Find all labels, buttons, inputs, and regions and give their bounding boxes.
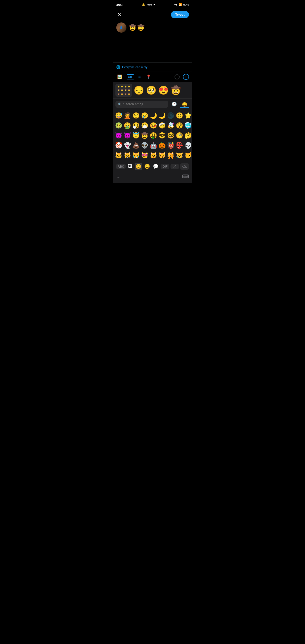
kaomoji-button[interactable]: :-) <box>170 164 179 169</box>
compose-input-area[interactable]: 🤠🤠 <box>129 22 189 60</box>
reply-setting-text: Everyone can reply <box>122 66 148 69</box>
emoji-facepalm[interactable]: 🤦 <box>123 111 132 120</box>
emoji-money[interactable]: 🤑 <box>149 131 158 140</box>
emoji-clown[interactable]: 🤡 <box>114 141 123 150</box>
emoji-moon2[interactable]: 🌙 <box>158 111 166 120</box>
backspace-button[interactable]: ⌫ <box>180 163 189 170</box>
emoji-newmoon[interactable]: 🌑 <box>167 111 175 120</box>
emoji-drooling[interactable]: 😅 <box>114 111 123 120</box>
reply-setting[interactable]: 🌐 Everyone can reply <box>113 62 192 72</box>
emoji-poop[interactable]: 💩 <box>132 141 140 150</box>
emoji-suggestion-cowboy[interactable]: 🤠 <box>170 85 182 96</box>
emoji-joyful-cat[interactable]: 😹 <box>132 150 140 160</box>
compose-toolbar: 🖼️ GIF ≡ 📍 + <box>113 72 192 82</box>
category-tab-smiley[interactable]: 😀 <box>180 100 189 108</box>
emoji-keyboard: 🤠🤠🤠 🤠🤠🤠 🤠🤠🤠 🤠🤠🤠 😔 🥺 😍 🤠 🔍 🕐 😀 🚶 🎉 🍔 ⋯ 😅 … <box>113 82 192 183</box>
emoji-exploding[interactable]: 🤯 <box>167 121 175 130</box>
emoji-monocle[interactable]: 🧐 <box>176 131 184 140</box>
keyboard-switch-button[interactable]: ⌨ <box>182 174 189 179</box>
emoji-sad[interactable]: 😔 <box>132 111 140 120</box>
emoji-slight-smile[interactable]: 🙂 <box>176 111 184 120</box>
compose-content[interactable]: 🤠🤠 <box>129 22 189 35</box>
emoji-bandage[interactable]: 🤕 <box>158 121 166 130</box>
emoji-crying[interactable]: 😢 <box>141 111 149 120</box>
heart-icon: ♥ <box>154 3 155 6</box>
search-icon: 🔍 <box>118 102 122 106</box>
emoji-grid: 😅 🤦 😔 😢 🌙 🌙 🌑 🙂 ⭐ 🤢 🤮 🤧 😷 🤒 🤕 🤯 😵 🥶 😈 👿 … <box>113 110 192 161</box>
abc-button[interactable]: ABC <box>116 164 126 169</box>
photo-button[interactable]: 🖼️ <box>116 74 123 80</box>
emoji-japanese-goblin[interactable]: 👺 <box>176 141 184 150</box>
emoji-devil[interactable]: 😈 <box>114 131 123 140</box>
status-bar: 4:03 🔔 hulu ♥ ▾▾ 📶 93% <box>113 0 192 9</box>
emoji-nausea[interactable]: 🤢 <box>114 121 123 130</box>
emoji-cold[interactable]: 🥶 <box>184 121 192 130</box>
status-time: 4:03 <box>116 3 123 6</box>
hulu-icon: hulu <box>147 4 152 6</box>
emoji-crying-cat[interactable]: 😿 <box>176 150 184 160</box>
emoji-pouting-cat[interactable]: 😾 <box>184 150 192 160</box>
emoji-search-box[interactable]: 🔍 <box>116 100 168 108</box>
emoji-pumpkin[interactable]: 🎃 <box>158 141 166 150</box>
emoji-heart-eyes-cat[interactable]: 😻 <box>141 150 149 160</box>
emoji-sunglasses[interactable]: 😎 <box>158 131 166 140</box>
keyboard-bottom-bar: ABC 🖼 😊 😄 💬 GIF :-) ⌫ <box>113 161 192 172</box>
emoji-japanese-ogre[interactable]: 👹 <box>167 141 175 150</box>
signal-icon: 📶 <box>178 3 182 6</box>
emoji-moon1[interactable]: 🌙 <box>149 111 158 120</box>
emoji-angry-devil[interactable]: 👿 <box>123 131 132 140</box>
emoji-suggestion-sad[interactable]: 😔 <box>133 85 145 96</box>
status-right-icons: ▾▾ 📶 93% <box>174 3 189 6</box>
emoji-sneeze[interactable]: 🤧 <box>132 121 140 130</box>
collapse-keyboard-button[interactable]: ⌄ <box>116 174 120 180</box>
location-button[interactable]: 📍 <box>145 74 152 80</box>
system-nav: ⌄ ⌨ <box>113 172 192 183</box>
emoji-robot[interactable]: 🤖 <box>149 141 158 150</box>
sticker-button[interactable]: 🖼 <box>127 163 134 170</box>
emoji-grinning-cat[interactable]: 😸 <box>123 150 132 160</box>
speech-button[interactable]: 💬 <box>152 163 160 170</box>
emoji-search-input[interactable] <box>123 102 166 106</box>
emoji-mask[interactable]: 😷 <box>141 121 149 130</box>
globe-icon: 🌐 <box>116 65 120 69</box>
emoji-cowboy[interactable]: 🤠 <box>141 131 149 140</box>
emoji-alien[interactable]: 👽 <box>141 141 149 150</box>
emoji-button[interactable]: 😊 <box>135 163 142 170</box>
emoji-nerd[interactable]: 🤓 <box>167 131 175 140</box>
emoji-search-row: 🔍 🕐 😀 🚶 🎉 🍔 ⋯ <box>113 98 192 110</box>
emoji-skull[interactable]: 💀 <box>184 141 192 150</box>
emote-button[interactable]: 😄 <box>144 163 151 170</box>
emoji-smirk-cat[interactable]: 😼 <box>149 150 158 160</box>
avatar-image: 👤 <box>116 22 126 32</box>
compose-area: 👤 🤠🤠 <box>113 20 192 62</box>
avatar: 👤 <box>116 22 126 32</box>
emoji-vomit[interactable]: 🤮 <box>123 121 132 130</box>
emoji-cat[interactable]: 🐱 <box>114 150 123 160</box>
tweet-button[interactable]: Tweet <box>171 11 189 18</box>
category-tab-recent[interactable]: 🕐 <box>170 100 178 108</box>
emoji-suggestion-hearteyes[interactable]: 😍 <box>158 85 169 96</box>
emoji-thinking[interactable]: 🤔 <box>184 131 192 140</box>
emoji-dizzy[interactable]: 😵 <box>176 121 184 130</box>
category-tab-people[interactable]: 🚶 <box>190 100 192 108</box>
emoji-suggestion-group[interactable]: 🤠🤠🤠 🤠🤠🤠 🤠🤠🤠 🤠🤠🤠 <box>116 84 132 96</box>
compose-emoji-text: 🤠🤠 <box>129 24 146 31</box>
poll-button[interactable]: ≡ <box>138 74 142 80</box>
emoji-thermometer[interactable]: 🤒 <box>149 121 158 130</box>
notification-icon: 🔔 <box>142 3 145 6</box>
battery-icon: 93% <box>183 3 189 6</box>
emoji-angel[interactable]: 😇 <box>132 131 140 140</box>
emoji-star[interactable]: ⭐ <box>184 111 192 120</box>
add-thread-button[interactable]: + <box>183 74 189 80</box>
emoji-weary-cat[interactable]: 🙀 <box>167 150 175 160</box>
gif-keyboard-button[interactable]: GIF <box>161 164 169 169</box>
close-button[interactable]: ✕ <box>116 11 122 18</box>
wifi-icon: ▾▾ <box>174 3 177 6</box>
gif-button[interactable]: GIF <box>127 74 134 80</box>
emoji-kissing-cat[interactable]: 😽 <box>158 150 166 160</box>
character-count-circle <box>174 74 180 80</box>
emoji-ghost[interactable]: 👻 <box>123 141 132 150</box>
status-center-icons: 🔔 hulu ♥ <box>142 3 155 6</box>
emoji-suggestion-pleading[interactable]: 🥺 <box>146 85 157 96</box>
emoji-suggestions-row: 🤠🤠🤠 🤠🤠🤠 🤠🤠🤠 🤠🤠🤠 😔 🥺 😍 🤠 <box>113 82 192 98</box>
